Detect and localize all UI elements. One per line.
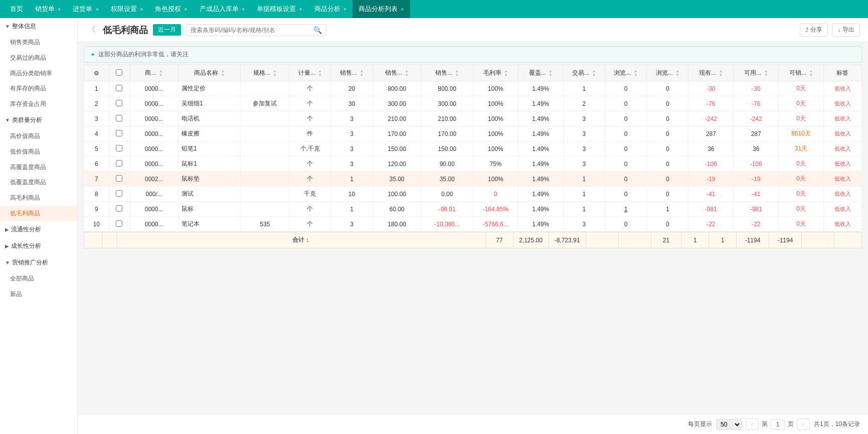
close-icon[interactable]: × <box>95 0 98 18</box>
col-browse1[interactable]: 浏览... ▲▼ <box>605 65 646 81</box>
col-browse2[interactable]: 浏览... ▲▼ <box>647 65 688 81</box>
search-input[interactable] <box>191 27 313 34</box>
col-trade[interactable]: 交易... ▲▼ <box>563 65 605 81</box>
nav-item-sales[interactable]: 销货单 × <box>29 0 67 18</box>
row-name[interactable]: 电话机 <box>178 111 240 126</box>
row-name[interactable]: 鼠标垫 <box>178 172 240 187</box>
row-checkbox[interactable] <box>109 81 129 96</box>
sidebar-item-low-gross[interactable]: 低毛利商品 <box>0 206 77 221</box>
nav-item-analysis-list[interactable]: 商品分析列表 × <box>353 0 410 18</box>
sidebar-group-overall[interactable]: ▼ 整体信息 <box>0 18 77 35</box>
row-name[interactable]: 橡皮擦 <box>178 126 240 141</box>
sidebar-group-circulation[interactable]: ▶ 流通性分析 <box>0 221 77 238</box>
row-checkbox[interactable] <box>109 157 129 172</box>
sidebar-group-growth[interactable]: ▶ 成长性分析 <box>0 238 77 254</box>
row-checkbox[interactable] <box>109 126 129 141</box>
col-code[interactable]: 商... ▲▼ <box>130 65 179 81</box>
row-checkbox[interactable] <box>109 202 129 217</box>
col-avail[interactable]: 可用... ▲▼ <box>734 65 779 81</box>
close-icon[interactable]: × <box>184 0 187 18</box>
col-saleable[interactable]: 可销... ▲▼ <box>779 65 824 81</box>
row-name[interactable]: 笔记本 <box>178 217 240 232</box>
sidebar-item-low-value[interactable]: 低价值商品 <box>0 144 77 160</box>
sidebar-group-category[interactable]: ▼ 类群量分析 <box>0 112 77 128</box>
export-button[interactable]: ↓ 导出 <box>832 23 860 37</box>
row-checkbox[interactable] <box>109 172 129 187</box>
row-checkbox[interactable] <box>109 96 129 111</box>
row-sales: 800.00 <box>421 81 473 96</box>
sidebar-item-low-coverage[interactable]: 低覆盖度商品 <box>0 175 77 190</box>
close-icon[interactable]: × <box>343 0 346 18</box>
nav-item-product[interactable]: 产成品入库单 × <box>194 0 251 18</box>
col-coverage[interactable]: 覆盖... ▲▼ <box>518 65 563 81</box>
sidebar-item-sales-goods[interactable]: 销售类商品 <box>0 35 77 50</box>
row-saleable: 0天 <box>779 202 824 217</box>
row-name[interactable]: 属性定价 <box>178 81 240 96</box>
row-checkbox[interactable] <box>109 141 129 157</box>
sidebar-item-all-goods[interactable]: 全部商品 <box>0 271 77 286</box>
sidebar-collapse-button[interactable]: 《 <box>86 25 98 35</box>
row-name[interactable]: 鼠标1 <box>178 157 240 172</box>
close-icon[interactable]: × <box>140 0 143 18</box>
sidebar-group-marketing[interactable]: ▼ 营销推广分析 <box>0 254 77 271</box>
row-browse1: 0 <box>605 111 646 126</box>
per-page-select[interactable]: 50 20 100 <box>716 419 742 430</box>
nav-item-analysis[interactable]: 商品分析 × <box>308 0 353 18</box>
row-name[interactable]: 吴细细1 <box>178 96 240 111</box>
col-spec[interactable]: 规格... ▲▼ <box>241 65 289 81</box>
sidebar-item-high-coverage[interactable]: 高覆盖度商品 <box>0 160 77 175</box>
row-gross-rate: 1.49% <box>518 157 563 172</box>
chevron-right-icon: ▶ <box>5 243 9 249</box>
table-container[interactable]: ⚙ 商... ▲▼ 商品名称 ▲▼ <box>78 65 868 414</box>
col-name[interactable]: 商品名称 ▲▼ <box>178 65 240 81</box>
sidebar-item-high-gross[interactable]: 高毛利商品 <box>0 190 77 206</box>
row-price: 180.00 <box>373 217 421 232</box>
settings-icon[interactable]: ⚙ <box>94 70 99 77</box>
nav-item-role[interactable]: 角色授权 × <box>149 0 193 18</box>
select-all-checkbox[interactable] <box>116 69 122 76</box>
row-checkbox[interactable] <box>109 111 129 126</box>
sidebar-item-new-goods[interactable]: 新品 <box>0 286 77 302</box>
nav-item-template[interactable]: 单据模板设置 × <box>251 0 308 18</box>
row-name[interactable]: 铅笔1 <box>178 141 240 157</box>
row-checkbox[interactable] <box>109 187 129 202</box>
search-icon[interactable]: 🔍 <box>313 26 322 34</box>
row-name[interactable]: 鼠标 <box>178 202 240 217</box>
col-price[interactable]: 销售... ▲▼ <box>373 65 421 81</box>
row-name[interactable]: 测试 <box>178 187 240 202</box>
row-trade: 3 <box>563 157 605 172</box>
nav-item-permission[interactable]: 权限设置 × <box>105 0 149 18</box>
sidebar-item-category-rate[interactable]: 商品分类助销率 <box>0 66 77 81</box>
share-button[interactable]: ⤴ 分享 <box>800 23 828 37</box>
nav-item-home[interactable]: 首页 <box>4 0 29 18</box>
row-sales: 170.00 <box>421 126 473 141</box>
col-settings[interactable]: ⚙ <box>84 65 109 81</box>
row-stock: -981 <box>688 202 734 217</box>
close-icon[interactable]: × <box>401 0 404 18</box>
close-icon[interactable]: × <box>299 0 302 18</box>
col-qty[interactable]: 销售... ▲▼ <box>331 65 373 81</box>
prev-page-button[interactable]: ＜ <box>746 418 759 430</box>
col-stock[interactable]: 现有... ▲▼ <box>688 65 734 81</box>
time-filter-button[interactable]: 近一月 <box>153 24 181 36</box>
sidebar-item-traded-goods[interactable]: 交易过的商品 <box>0 50 77 66</box>
total-qty: 77 <box>486 232 513 248</box>
row-browse1[interactable]: 1 <box>605 202 646 217</box>
chevron-down-icon: ▼ <box>5 260 10 265</box>
row-gross-rate: 1.49% <box>518 202 563 217</box>
col-gross-rate[interactable]: 毛利率 ▲▼ <box>473 65 518 81</box>
next-page-button[interactable]: ＞ <box>797 418 810 430</box>
close-icon[interactable]: × <box>242 0 245 18</box>
col-tag[interactable]: 标签 <box>823 65 861 81</box>
sidebar-item-stock-fund[interactable]: 库存资金占用 <box>0 96 77 112</box>
row-saleable: 0天 <box>779 111 824 126</box>
col-sales[interactable]: 销售... ▲▼ <box>421 65 473 81</box>
row-stock: 36 <box>688 141 734 157</box>
col-unit[interactable]: 计量... ▲▼ <box>289 65 331 81</box>
close-icon[interactable]: × <box>58 0 61 18</box>
sidebar-item-stock-goods[interactable]: 有库存的商品 <box>0 81 77 96</box>
sidebar-item-high-value[interactable]: 高价值商品 <box>0 128 77 144</box>
nav-item-purchase[interactable]: 进货单 × <box>67 0 104 18</box>
row-sales: 210.00 <box>421 111 473 126</box>
row-checkbox[interactable] <box>109 217 129 232</box>
